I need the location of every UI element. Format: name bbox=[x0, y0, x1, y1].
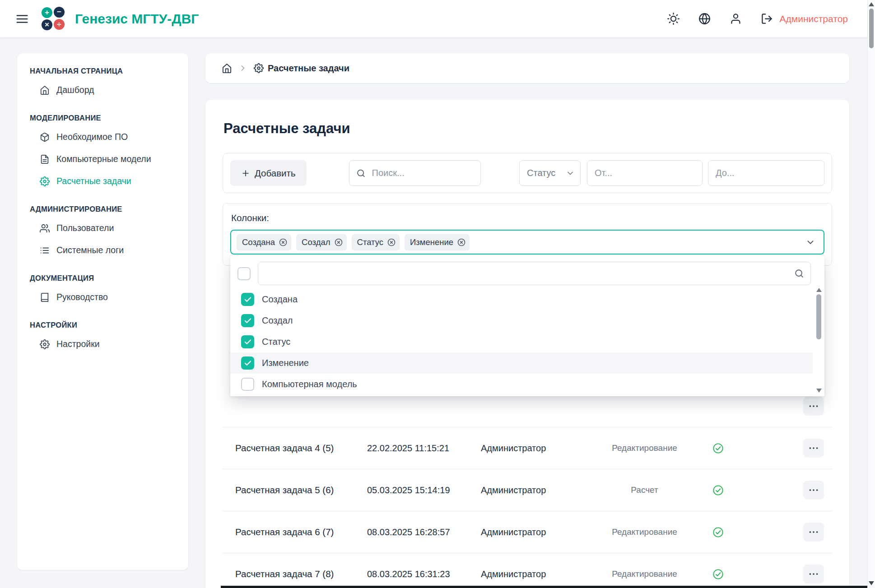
column-option-label: Создал bbox=[262, 315, 293, 326]
checkbox[interactable] bbox=[241, 357, 254, 370]
row-actions-button[interactable] bbox=[803, 481, 824, 500]
row-actions-button[interactable] bbox=[803, 565, 824, 583]
gear-icon bbox=[254, 63, 264, 73]
sidebar-section-label: НАЧАЛЬНАЯ СТРАНИЦА bbox=[30, 67, 179, 75]
sidebar-item-label: Необходимое ПО bbox=[56, 132, 128, 142]
remove-chip-icon[interactable] bbox=[279, 238, 288, 247]
status-check-icon bbox=[712, 442, 724, 454]
column-option[interactable]: Изменение bbox=[230, 352, 813, 374]
columns-multiselect[interactable]: СозданаСоздалСтатусИзменение bbox=[230, 230, 824, 255]
column-chip: Создана bbox=[237, 234, 291, 250]
scroll-up-icon[interactable] bbox=[816, 288, 822, 292]
task-created: 08.03.2025 16:28:57 bbox=[367, 527, 481, 537]
sidebar-item[interactable]: Необходимое ПО bbox=[26, 126, 179, 148]
gear-icon bbox=[40, 339, 50, 349]
column-option[interactable]: Создана bbox=[230, 289, 813, 310]
users-icon bbox=[40, 223, 50, 233]
table-row: Расчетная задача 6 (7)08.03.2025 16:28:5… bbox=[223, 511, 832, 553]
column-option[interactable]: Создал bbox=[230, 310, 813, 331]
checkbox[interactable] bbox=[241, 293, 254, 306]
sidebar-item-label: Компьютерные модели bbox=[56, 154, 151, 164]
column-option[interactable]: Компьютерная модель bbox=[230, 374, 813, 395]
sidebar-item[interactable]: Расчетные задачи bbox=[26, 170, 179, 192]
task-name: Расчетная задача 4 (5) bbox=[235, 443, 367, 454]
column-option[interactable]: Статус bbox=[230, 331, 813, 352]
search-input[interactable] bbox=[349, 160, 481, 186]
tasks-panel: Расчетные задачи Добавить Статус bbox=[205, 100, 849, 588]
task-name: Расчетная задача 7 (8) bbox=[235, 569, 367, 579]
user-role[interactable]: Администратор bbox=[779, 14, 848, 24]
status-filter-select[interactable]: Статус bbox=[519, 160, 581, 186]
more-horizontal-icon bbox=[808, 442, 819, 454]
search-icon bbox=[356, 168, 366, 178]
more-horizontal-icon bbox=[808, 484, 819, 496]
breadcrumb-current-label: Расчетные задачи bbox=[268, 63, 349, 74]
task-created: 08.03.2025 16:31:23 bbox=[367, 569, 481, 579]
breadcrumb-home-icon[interactable] bbox=[222, 63, 232, 74]
columns-label: Колонки: bbox=[231, 213, 824, 223]
scroll-down-icon[interactable] bbox=[869, 581, 874, 585]
checkbox[interactable] bbox=[241, 378, 254, 391]
column-chip-label: Изменение bbox=[410, 237, 453, 247]
row-actions-button[interactable] bbox=[803, 439, 824, 458]
scroll-down-icon[interactable] bbox=[816, 389, 822, 393]
row-actions-button[interactable] bbox=[803, 523, 824, 542]
status-check-icon bbox=[712, 526, 724, 538]
column-chip: Создал bbox=[296, 234, 346, 250]
sidebar-item[interactable]: Настройки bbox=[26, 333, 179, 355]
language-icon[interactable] bbox=[698, 13, 711, 25]
list-icon bbox=[40, 245, 50, 255]
logout-icon[interactable] bbox=[761, 13, 773, 25]
theme-toggle-icon[interactable] bbox=[667, 13, 680, 25]
date-from-input[interactable] bbox=[587, 160, 703, 186]
chevron-right-icon bbox=[238, 64, 247, 73]
window-scrollbar-thumb[interactable] bbox=[869, 9, 874, 48]
column-chip: Изменение bbox=[405, 234, 470, 250]
sidebar-section-label: АДМИНИСТРИРОВАНИЕ bbox=[30, 205, 179, 213]
dropdown-scrollbar-thumb[interactable] bbox=[816, 294, 821, 339]
toolbar: Добавить Статус bbox=[223, 153, 832, 193]
scroll-up-icon[interactable] bbox=[869, 2, 874, 6]
remove-chip-icon[interactable] bbox=[457, 238, 466, 247]
profile-icon[interactable] bbox=[730, 13, 742, 25]
app-logo: + − × ÷ bbox=[41, 6, 67, 32]
columns-search-input[interactable] bbox=[258, 262, 811, 285]
select-all-checkbox[interactable] bbox=[237, 267, 251, 280]
more-horizontal-icon bbox=[808, 400, 819, 412]
app-window: + − × ÷ Генезис МГТУ-ДВГ Администратор Н… bbox=[0, 0, 875, 588]
home-icon bbox=[40, 85, 50, 95]
task-author: Администратор bbox=[481, 443, 594, 454]
sidebar-item[interactable]: Дашборд bbox=[26, 79, 179, 101]
remove-chip-icon[interactable] bbox=[387, 238, 396, 247]
more-horizontal-icon bbox=[808, 526, 819, 538]
logo-divide-circle: ÷ bbox=[53, 18, 65, 31]
column-chip-label: Создана bbox=[242, 237, 275, 247]
sidebar-item[interactable]: Пользователи bbox=[26, 217, 179, 239]
column-options-list: СозданаСоздалСтатусИзменениеКомпьютерная… bbox=[230, 289, 824, 395]
sidebar-item[interactable]: Системные логи bbox=[26, 239, 179, 261]
logo-plus-circle: + bbox=[41, 6, 53, 19]
column-option-label: Изменение bbox=[262, 358, 309, 368]
checkbox[interactable] bbox=[241, 335, 254, 348]
sidebar-item[interactable]: Руководство bbox=[26, 286, 179, 308]
menu-icon[interactable] bbox=[15, 12, 29, 26]
checkbox[interactable] bbox=[241, 314, 254, 327]
task-name: Расчетная задача 6 (7) bbox=[235, 527, 367, 537]
chevron-down-icon[interactable] bbox=[805, 237, 815, 247]
column-chip-label: Статус bbox=[357, 237, 383, 247]
more-horizontal-icon bbox=[808, 568, 819, 580]
window-scrollbar[interactable] bbox=[867, 0, 875, 588]
row-actions-button[interactable] bbox=[803, 397, 824, 416]
add-button[interactable]: Добавить bbox=[230, 160, 307, 186]
cube-icon bbox=[40, 132, 50, 142]
book-icon bbox=[40, 292, 50, 302]
date-to-input[interactable] bbox=[708, 160, 824, 186]
dropdown-search-row bbox=[237, 262, 811, 285]
task-created: 05.03.2025 15:14:19 bbox=[367, 485, 481, 495]
sidebar: НАЧАЛЬНАЯ СТРАНИЦАДашбордМОДЕЛИРОВАНИЕНе… bbox=[17, 53, 188, 570]
remove-chip-icon[interactable] bbox=[334, 238, 343, 247]
sidebar-item[interactable]: Компьютерные модели bbox=[26, 148, 179, 170]
task-status: Редактирование bbox=[594, 569, 695, 579]
app-title: Генезис МГТУ-ДВГ bbox=[75, 11, 199, 27]
dropdown-scrollbar[interactable] bbox=[816, 288, 822, 393]
